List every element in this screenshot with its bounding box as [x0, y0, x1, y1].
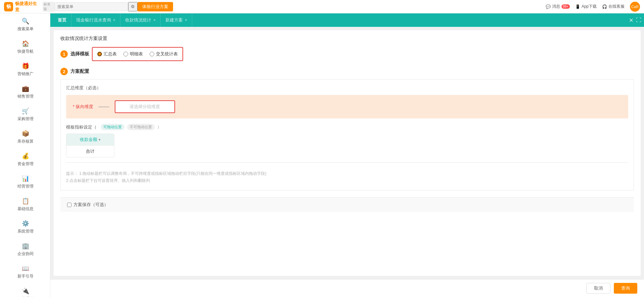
save-plan-input[interactable]: [67, 203, 71, 207]
radio-summary-label: 汇总表: [104, 51, 117, 57]
step1-section: 1 选择模板 汇总表 明细表: [60, 47, 634, 61]
tips-section: 提示： 1.拖动标题栏可以调整布局，不可跨维度或指标区域拖动栏目字段(只能在同一…: [66, 171, 628, 184]
tab-bar: 首页 现金银行流水查询 × 收款情况统计 × 新建方案 × ✕ ⛶: [50, 13, 644, 27]
tip1: 提示： 1.拖动标题栏可以调整布局，不可跨维度或指标区域拖动栏目字段(只能在同一…: [66, 171, 628, 177]
tab-expand-icon[interactable]: ⛶: [636, 17, 641, 23]
sidebar-item-capital[interactable]: 💰 资金管理: [0, 148, 50, 171]
clipboard-icon: 📋: [22, 197, 29, 205]
sidebar-item-quick-nav[interactable]: 🏠 快捷导航: [0, 36, 50, 58]
metrics-label: 模板指标设定（ 可拖动位置 不可拖动位置 ）: [66, 124, 628, 130]
sidebar-item-corp[interactable]: 🏢 企业协同: [0, 238, 50, 261]
sidebar-item-sales[interactable]: 💼 销售管理: [0, 81, 50, 103]
sidebar-label-capital: 资金管理: [17, 161, 34, 167]
chart-icon: 📊: [22, 175, 29, 182]
dim-select-box[interactable]: 请选择分组维度: [115, 100, 175, 113]
step2-badge: 2: [60, 68, 68, 75]
search-icon: 🔍: [22, 17, 29, 25]
radio-cross-input[interactable]: [150, 52, 154, 56]
dim-arrow: ——: [99, 104, 109, 110]
download-action[interactable]: 📱 App下载: [575, 4, 597, 9]
avatar[interactable]: CaR: [630, 2, 640, 12]
radio-detail[interactable]: 明细表: [123, 51, 143, 57]
message-icon: 💬: [546, 4, 551, 9]
radio-detail-input[interactable]: [123, 52, 128, 56]
logo-name: 畅捷通好生意: [15, 1, 41, 13]
template-selector: 汇总表 明细表 交叉统计表: [92, 47, 183, 61]
tab-bank-close[interactable]: ×: [113, 18, 115, 22]
sidebar-label-quick-nav: 快捷导航: [17, 49, 34, 54]
sidebar-item-inventory[interactable]: 📦 库存核算: [0, 126, 50, 148]
metrics-header-label: 收款金额: [80, 137, 97, 143]
search-input[interactable]: [57, 4, 125, 9]
page-content: 收款情况统计方案设置 1 选择模板 汇总表: [50, 27, 644, 279]
radio-summary-input[interactable]: [97, 52, 102, 56]
step1-badge: 1: [60, 50, 68, 58]
sidebar-item-purchase[interactable]: 🛒 采购管理: [0, 103, 50, 126]
gift-icon: 🎁: [22, 62, 29, 70]
tab-home[interactable]: 首页: [53, 13, 71, 27]
sidebar-item-operation[interactable]: 📊 经营管理: [0, 171, 50, 193]
logo: 畅 畅捷通好生意 标准版: [4, 1, 54, 13]
sidebar-item-marketing[interactable]: 🎁 营销推广: [0, 58, 50, 81]
metrics-section: 模板指标设定（ 可拖动位置 不可拖动位置 ） 收款金额 ▾: [66, 124, 628, 158]
sidebar-label-basic: 基础信息: [17, 206, 34, 212]
step2-section: 2 方案配置 汇总维度（必选） * 纵向维度 —— 请选择分组维度: [60, 68, 634, 191]
building-icon: 🏢: [22, 242, 29, 250]
tab-new-plan-close[interactable]: ×: [185, 18, 187, 22]
gear-button[interactable]: ⚙: [128, 2, 138, 11]
tab-collection[interactable]: 收款情况统计 ×: [120, 13, 161, 27]
content-area: 首页 现金银行流水查询 × 收款情况统计 × 新建方案 × ✕ ⛶ 收款情况统计…: [50, 13, 644, 297]
sidebar-item-system[interactable]: ⚙️ 系统管理: [0, 216, 50, 238]
dim-area: * 纵向维度 —— 请选择分组维度: [66, 95, 628, 118]
sidebar-item-basic[interactable]: 📋 基础信息: [0, 193, 50, 216]
radio-summary[interactable]: 汇总表: [97, 51, 117, 57]
step2-title: 方案配置: [70, 68, 89, 75]
industry-button[interactable]: 体验行业方案: [138, 2, 173, 11]
sidebar-label-purchase: 采购管理: [17, 116, 34, 122]
save-plan-checkbox[interactable]: 方案保存（可选）: [67, 202, 108, 208]
sidebar-label-system: 系统管理: [17, 229, 34, 234]
query-button[interactable]: 查询: [614, 283, 637, 294]
dim-row: * 纵向维度 —— 请选择分组维度: [73, 100, 622, 113]
drag-pill: 可拖动位置: [101, 124, 124, 130]
sidebar: 🔍 搜索菜单 🏠 快捷导航 🎁 营销推广 💼 销售管理 🛒 采购管理 📦 库存核…: [0, 13, 50, 297]
sidebar-label-corp: 企业协同: [17, 251, 34, 257]
separator: [66, 162, 628, 163]
sidebar-label-marketing: 营销推广: [17, 71, 34, 77]
sidebar-label-operation: 经营管理: [17, 184, 34, 189]
tab-new-plan[interactable]: 新建方案 ×: [161, 13, 192, 27]
panel-title: 收款情况统计方案设置: [60, 36, 634, 42]
metrics-table: 收款金额 ▾ 合计: [66, 134, 114, 157]
metrics-suffix: ）: [157, 124, 161, 130]
cancel-button[interactable]: 取消: [586, 283, 610, 294]
tab-close-all-icon[interactable]: ✕: [629, 17, 633, 23]
sidebar-item-hardware[interactable]: 🔌 智能硬件: [0, 283, 50, 297]
main-wrapper: 🔍 搜索菜单 🏠 快捷导航 🎁 营销推广 💼 销售管理 🛒 采购管理 📦 库存核…: [0, 13, 644, 297]
search-bar[interactable]: [54, 2, 128, 11]
plug-icon: 🔌: [22, 287, 29, 295]
no-drag-pill: 不可拖动位置: [127, 124, 155, 130]
logo-edition: 标准版: [43, 2, 54, 12]
content-panel: 收款情况统计方案设置 1 选择模板 汇总表: [54, 30, 641, 276]
sidebar-item-search[interactable]: 🔍 搜索菜单: [0, 13, 50, 36]
service-icon: 🎧: [602, 4, 607, 9]
metrics-header[interactable]: 收款金额 ▾: [66, 134, 114, 146]
tab-new-plan-label: 新建方案: [165, 17, 183, 23]
radio-cross[interactable]: 交叉统计表: [150, 51, 178, 57]
step2-header: 2 方案配置: [60, 68, 634, 75]
metrics-title: 模板指标设定（: [66, 124, 97, 130]
message-action[interactable]: 💬 消息 99+: [546, 4, 570, 9]
home-icon: 🏠: [22, 40, 29, 47]
radio-detail-label: 明细表: [130, 51, 143, 57]
dim-title: 汇总维度（必选）: [66, 85, 628, 91]
tab-bank[interactable]: 现金银行流水查询 ×: [71, 13, 120, 27]
bottom-action-bar: 取消 查询: [50, 279, 644, 297]
chevron-down-icon[interactable]: ▾: [99, 138, 101, 142]
book-icon: 📖: [22, 265, 29, 272]
radio-cross-label: 交叉统计表: [156, 51, 178, 57]
service-action[interactable]: 🎧 在线客服: [602, 4, 625, 9]
tab-collection-close[interactable]: ×: [153, 18, 156, 22]
download-label: App下载: [582, 4, 597, 9]
sidebar-item-guide[interactable]: 📖 新手引导: [0, 261, 50, 283]
top-bar: 畅 畅捷通好生意 标准版 ⚙ 体验行业方案 💬 消息 99+ 📱 App下载 🎧…: [0, 0, 644, 13]
